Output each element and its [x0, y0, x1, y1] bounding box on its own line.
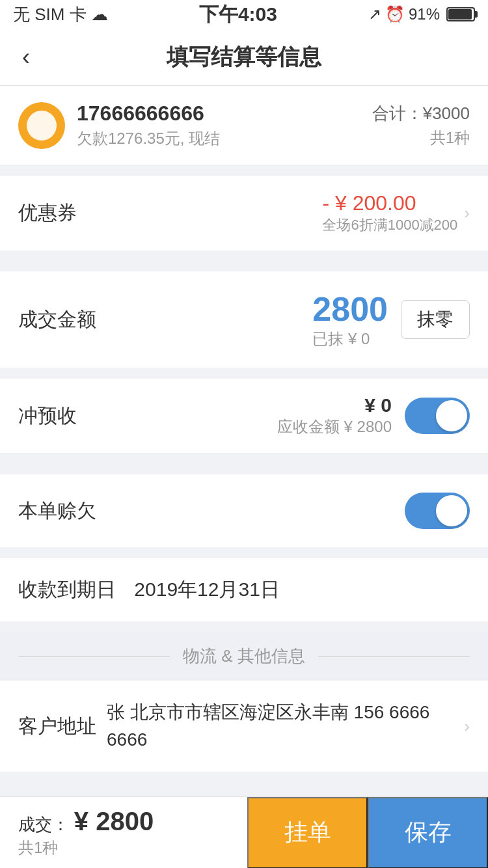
address-label: 客户地址: [18, 713, 96, 740]
address-row[interactable]: 客户地址 张 北京市市辖区海淀区永丰南 156 6666 6666 ›: [0, 681, 488, 772]
precharge-row: 冲预收 ¥ 0 应收金额 ¥ 2800: [0, 379, 488, 454]
logistics-line-right: [318, 656, 470, 657]
section-divider-1: [0, 261, 488, 271]
bottom-count: 共1种: [18, 837, 229, 858]
coupon-label: 优惠券: [18, 200, 77, 226]
precharge-sub: 应收金额 ¥ 2800: [277, 416, 392, 437]
avatar: [18, 102, 65, 149]
precharge-toggle[interactable]: [405, 398, 470, 434]
location-icon: ↗: [368, 5, 381, 23]
back-button[interactable]: ‹: [16, 37, 36, 77]
logistics-line-left: [18, 656, 170, 657]
due-date-row: 收款到期日 2019年12月31日: [0, 558, 488, 621]
transaction-amount: 2800: [312, 290, 388, 329]
save-button[interactable]: 保存: [368, 797, 488, 869]
clock-icon: ⏰: [385, 5, 405, 23]
status-right: ↗ ⏰ 91%: [368, 5, 475, 23]
status-time: 下午4:03: [199, 1, 277, 28]
bottom-deal-label: 成交：: [18, 815, 69, 834]
page-title: 填写结算等信息: [167, 42, 321, 72]
section-divider-2: [0, 464, 488, 474]
customer-phone: 17666666666: [77, 102, 220, 126]
coupon-row[interactable]: 优惠券 - ¥ 200.00 全场6折满1000减200 ›: [0, 175, 488, 251]
battery-icon: [446, 7, 475, 21]
pending-button[interactable]: 挂单: [247, 797, 368, 869]
avatar-icon: [27, 111, 57, 141]
round-zero-sub: 已抹 ¥ 0: [312, 329, 388, 349]
logistics-text: 物流 & 其他信息: [183, 645, 305, 668]
status-left: 无 SIM 卡 ☁: [13, 3, 108, 26]
address-chevron-icon: ›: [464, 716, 470, 737]
address-value: 张 北京市市辖区海淀区永丰南 156 6666 6666: [107, 699, 454, 753]
round-zero-button[interactable]: 抹零: [401, 300, 470, 339]
precharge-toggle-container: [405, 398, 470, 434]
toggle-knob: [436, 400, 467, 431]
transaction-row: 成交金额 2800 已抹 ¥ 0 抹零: [0, 271, 488, 368]
customer-info-card: 17666666666 欠款1276.35元, 现结 合计：¥3000 共1种: [0, 86, 488, 165]
bottom-bar: 成交： ¥ 2800 共1种 挂单 保存: [0, 796, 488, 868]
customer-sub-text: 欠款1276.35元, 现结: [77, 128, 220, 149]
total-label: 合计：¥3000: [372, 102, 470, 125]
precharge-label: 冲预收: [18, 403, 77, 429]
due-date-value: 2019年12月31日: [134, 578, 279, 600]
coupon-discount: - ¥ 200.00: [322, 191, 457, 215]
bottom-amount: ¥ 2800: [74, 807, 154, 835]
debt-row: 本单赊欠: [0, 474, 488, 547]
coupon-sub-text: 全场6折满1000减200: [322, 215, 457, 235]
battery-text: 91%: [409, 5, 440, 23]
chevron-right-icon: ›: [464, 203, 470, 223]
debt-toggle-container: [405, 493, 470, 529]
due-date-label: 收款到期日: [18, 578, 116, 600]
debt-label: 本单赊欠: [18, 498, 96, 524]
debt-toggle[interactable]: [405, 493, 470, 529]
logistics-divider: 物流 & 其他信息: [0, 632, 488, 681]
sim-label: 无 SIM 卡 ☁: [13, 3, 108, 26]
transaction-label: 成交金额: [18, 306, 96, 333]
total-count: 共1种: [372, 128, 470, 148]
status-bar: 无 SIM 卡 ☁ 下午4:03 ↗ ⏰ 91%: [0, 0, 488, 29]
debt-toggle-knob: [436, 495, 467, 526]
precharge-value: ¥ 0: [277, 394, 392, 416]
bottom-summary: 成交： ¥ 2800 共1种: [0, 807, 247, 858]
nav-bar: ‹ 填写结算等信息: [0, 29, 488, 86]
